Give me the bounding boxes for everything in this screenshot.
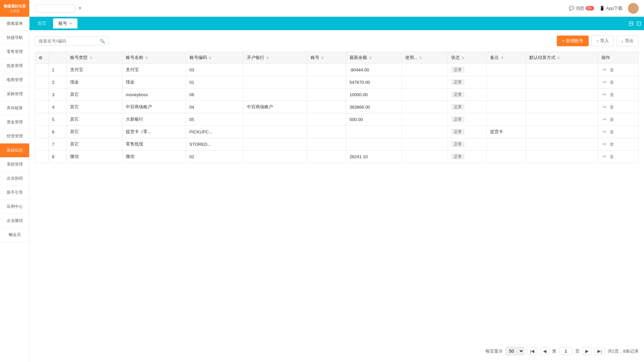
top-header: ▼ 💬 消息 99+ 📱 App下载 [30,0,644,17]
cell-value [401,113,447,126]
th-default-settlement[interactable]: 默认结算方式 ⇅ [526,52,598,64]
table-row: 5其它大新银行05500.00正常✏🗑 [35,113,639,126]
sidebar-label-wholesale-mgmt: 批发管理 [7,63,23,68]
content-area: 🔍 + 新增账号 ↑ 导入 ↓ 导出 ⚙ 账号类型 ⇅ [30,30,644,362]
th-gear[interactable]: ⚙ [35,52,49,64]
cell-value: 其它 [67,113,122,126]
sidebar-item-newbie-guide[interactable]: 新手引导 [0,186,29,200]
edit-button[interactable]: ✏ [601,79,608,85]
th-account-code[interactable]: 账号编码 ⇅ [186,52,244,64]
sidebar-item-enterprise-agreement[interactable]: 企业协同 [0,172,29,186]
tab-home-label: 首页 [38,20,46,26]
sidebar-label-purchase-mgmt: 采购管理 [7,92,23,96]
page-prev-button[interactable]: ◀ [540,347,549,355]
page-last-button[interactable]: ▶| [594,347,605,355]
cell-value: 04 [186,101,244,113]
add-account-button[interactable]: + 新增账号 [557,36,589,46]
avatar[interactable] [628,3,639,14]
edit-button[interactable]: ✏ [601,91,608,98]
delete-button[interactable]: 🗑 [608,66,615,73]
cell-actions: ✏🗑 [598,88,639,101]
cell-value [526,138,598,150]
status-badge: 正常 [451,92,465,98]
sidebar-item-system-mgmt[interactable]: 系统管理 [0,158,29,172]
sidebar-item-basic-info[interactable]: 基础信息 [0,143,29,158]
status-badge: 正常 [451,104,465,110]
sidebar-item-retail-mgmt[interactable]: 零售管理 [0,45,29,59]
cell-value: 8 [49,150,67,163]
sidebar-item-inventory-check[interactable]: 库存核算 [0,101,29,115]
cell-value: -90444.00 [346,64,401,76]
delete-button[interactable]: 🗑 [608,116,615,123]
th-bank[interactable]: 开户银行 ⇅ [244,52,307,64]
export-button[interactable]: ↓ 导出 [616,36,639,46]
tab-close-icon[interactable]: ✕ [69,21,72,26]
edit-button[interactable]: ✏ [601,104,608,110]
status-badge: 正常 [451,67,465,73]
page-first-button[interactable]: |◀ [527,347,537,355]
cell-value: PICKUPC... [186,126,244,138]
sidebar-item-search-menu[interactable]: 搜索菜单 [0,17,29,31]
header-dropdown-icon[interactable]: ▼ [78,6,82,11]
th-account-type[interactable]: 账号类型 ⇅ [67,52,122,64]
sidebar-item-enterprise-wechat[interactable]: 企业微信 [0,214,29,228]
header-search-input[interactable] [35,4,75,12]
sidebar-item-quick-nav[interactable]: 快捷导航 [0,31,29,45]
delete-button[interactable]: 🗑 [608,91,615,98]
sidebar-label-ecommerce-mgmt: 电商管理 [7,77,23,82]
cell-value: 其它 [67,88,122,101]
edit-button[interactable]: ✏ [601,128,608,135]
th-remark[interactable]: 备注 ⇅ [487,52,526,64]
page-number-input[interactable] [559,347,573,355]
tab-expand-icon[interactable]: ⊟ ⊡ [629,20,641,27]
page-next-button[interactable]: ▶ [582,347,592,355]
cell-actions: ✏🗑 [598,101,639,113]
th-account-number[interactable]: 账号 ⇅ [307,52,346,64]
cell-value: 383866.00 [346,101,401,113]
sidebar-item-ecommerce-mgmt[interactable]: 电商管理 [0,73,29,87]
edit-button[interactable]: ✏ [601,153,608,160]
app-download-button[interactable]: 📱 App下载 [599,5,623,11]
cell-value [487,88,526,101]
delete-button[interactable]: 🗑 [608,79,615,85]
cell-value: 支付宝 [67,64,122,76]
cell-actions: ✏🗑 [598,113,639,126]
search-icon[interactable]: 🔍 [100,39,105,44]
minimize-icon[interactable]: ⊟ [629,20,634,27]
cell-value: 中百商场账户 [244,101,307,113]
sidebar-item-wholesale-mgmt[interactable]: 批发管理 [0,59,29,73]
maximize-icon[interactable]: ⊡ [636,20,641,27]
delete-button[interactable]: 🗑 [608,104,615,110]
tab-accounts[interactable]: 账号 ✕ [53,18,77,28]
sidebar-item-member[interactable]: 畅会员 [0,228,29,242]
import-button[interactable]: ↑ 导入 [591,36,614,46]
th-usage[interactable]: 使用... ⇅ [401,52,447,64]
th-status[interactable]: 状态 ⇅ [447,52,487,64]
cell-value: 现金 [122,76,186,88]
table-row: 6其它提货卡（零...PICKUPC...正常提货卡✏🗑 [35,126,639,138]
th-account-name[interactable]: 账号名称 ⇅ [122,52,186,64]
sidebar-item-finance-mgmt[interactable]: 资金管理 [0,115,29,129]
search-input[interactable] [39,39,98,44]
th-actions: 操作 [598,52,639,64]
table-row: 4其它中百商场账户04中百商场账户383866.00正常✏🗑 [35,101,639,113]
edit-button[interactable]: ✏ [601,116,608,123]
delete-button[interactable]: 🗑 [608,128,615,135]
delete-button[interactable]: 🗑 [608,141,615,147]
cell-value: 现金 [67,76,122,88]
edit-button[interactable]: ✏ [601,66,608,73]
cell-value: 10000.00 [346,88,401,101]
sidebar-item-app-center[interactable]: 应用中心 [0,200,29,214]
sidebar-item-operation-mgmt[interactable]: 经营管理 [0,129,29,143]
delete-button[interactable]: 🗑 [608,153,615,160]
logo-text: 畅捷通好生意 [4,4,26,9]
th-latest-balance[interactable]: 最新余额 ⇅ [346,52,401,64]
edit-button[interactable]: ✏ [601,141,608,147]
status-badge: 正常 [451,129,465,135]
page-size-select[interactable]: 50 100 200 [505,347,524,355]
status-badge: 正常 [451,79,465,85]
messages-button[interactable]: 💬 消息 99+ [569,5,594,11]
cell-value [487,150,526,163]
tab-home[interactable]: 首页 [32,18,52,28]
sidebar-item-purchase-mgmt[interactable]: 采购管理 [0,87,29,101]
